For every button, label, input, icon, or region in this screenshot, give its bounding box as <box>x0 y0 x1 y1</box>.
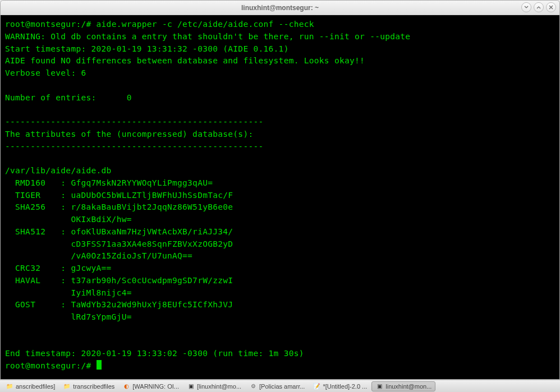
minimize-icon <box>524 5 529 10</box>
maximize-icon <box>536 5 541 10</box>
output-line: ----------------------------------------… <box>5 142 264 151</box>
maximize-button[interactable] <box>534 2 544 12</box>
terminal-icon: ▣ <box>375 382 383 390</box>
taskbar-item-gedit[interactable]: 📝 *[Untitled]-2.0 ... <box>309 382 370 391</box>
folder-icon: 📁 <box>63 382 71 390</box>
taskbar-label: *[Untitled]-2.0 ... <box>323 383 367 390</box>
output-line: SHA256 : r/8akaBauBVijbt2JqqNz86W51yB6e0… <box>5 202 233 211</box>
output-line: ----------------------------------------… <box>5 117 264 126</box>
editor-icon: 📝 <box>313 382 320 390</box>
folder-icon: 📁 <box>6 382 13 390</box>
taskbar-item-terminal-active[interactable]: ▣ linuxhint@mon... <box>371 381 435 391</box>
gear-icon: ⚙ <box>249 382 257 390</box>
output-line: Number of entries: 0 <box>5 93 132 102</box>
output-line: cD3FSS71aa3XA4e8SqnFZBVxXzOGB2yD <box>5 239 233 248</box>
taskbar-label: linuxhint@mon... <box>385 383 432 390</box>
command-input: aide.wrapper -c /etc/aide/aide.conf --ch… <box>97 20 314 29</box>
cursor <box>97 360 102 370</box>
window-controls <box>521 2 556 12</box>
titlebar[interactable]: linuxhint@montsegur: ~ <box>1 1 559 15</box>
output-line: lRd7sYpmGjU= <box>5 312 132 321</box>
output-line: IyiMl8nijc4= <box>5 288 132 297</box>
output-line: /vA0Oz15ZdioJsT/U7unAQ== <box>5 251 192 260</box>
window-title: linuxhint@montsegur: ~ <box>241 4 319 12</box>
taskbar-label: [linuxhint@mo... <box>197 383 241 390</box>
output-line: CRC32 : gJcwyA== <box>5 264 112 273</box>
firefox-icon: ◐ <box>122 382 130 390</box>
output-line: RMD160 : Gfgq7MskN2RYYWOqYLiPmgg3qAU= <box>5 178 213 187</box>
terminal-window: linuxhint@montsegur: ~ root@montsegur:/#… <box>0 0 560 380</box>
taskbar-item-terminal1[interactable]: ▣ [linuxhint@mo... <box>183 382 245 391</box>
prompt-1: root@montsegur:/# <box>5 20 97 29</box>
output-line: GOST : TaWdYb32u2Wd9hUxYj8EUfc5ICfXhJVJ <box>5 300 233 309</box>
output-line: The attributes of the (uncompressed) dat… <box>5 130 253 139</box>
output-line: HAVAL : t37arb90h/Sc0cUcwdpm9gSD7rW/zzwI <box>5 276 233 285</box>
output-line: Verbose level: 6 <box>5 68 86 77</box>
taskbar-label: [Policias amarr... <box>259 383 305 390</box>
minimize-button[interactable] <box>521 2 531 12</box>
output-line: OKIxBdiX/hw= <box>5 215 132 224</box>
output-line: Start timestamp: 2020-01-19 13:31:32 -03… <box>5 44 289 53</box>
output-line: TIGER : uaDUbOC5bWLLZTljBWFhUJhSsDmTac/F <box>5 191 233 200</box>
prompt-2: root@montsegur:/# <box>5 361 97 370</box>
taskbar-label: transcribedfiles <box>73 383 114 390</box>
output-line: AIDE found NO differences between databa… <box>5 56 365 65</box>
taskbar-item-folder1[interactable]: 📁 anscribedfiles] <box>2 382 58 391</box>
output-line: WARNING: Old db contains a entry that sh… <box>5 32 410 41</box>
taskbar: 📁 anscribedfiles] 📁 transcribedfiles ◐ [… <box>0 380 560 392</box>
taskbar-item-settings[interactable]: ⚙ [Policias amarr... <box>246 382 308 391</box>
output-line: End timestamp: 2020-01-19 13:33:02 -0300… <box>5 349 304 358</box>
taskbar-item-folder2[interactable]: 📁 transcribedfiles <box>59 382 118 391</box>
output-line: /var/lib/aide/aide.db <box>5 166 112 175</box>
taskbar-item-firefox[interactable]: ◐ [WARNING: OI... <box>119 382 182 391</box>
terminal-icon: ▣ <box>187 382 195 390</box>
taskbar-label: anscribedfiles] <box>16 383 55 390</box>
taskbar-label: [WARNING: OI... <box>132 383 179 390</box>
output-line: SHA512 : ofoKlUBxaNm7HzjVWtAcbXB/riAJJ34… <box>5 227 233 236</box>
terminal-output[interactable]: root@montsegur:/# aide.wrapper -c /etc/a… <box>1 15 559 379</box>
close-icon <box>549 5 553 10</box>
close-button[interactable] <box>546 2 556 12</box>
